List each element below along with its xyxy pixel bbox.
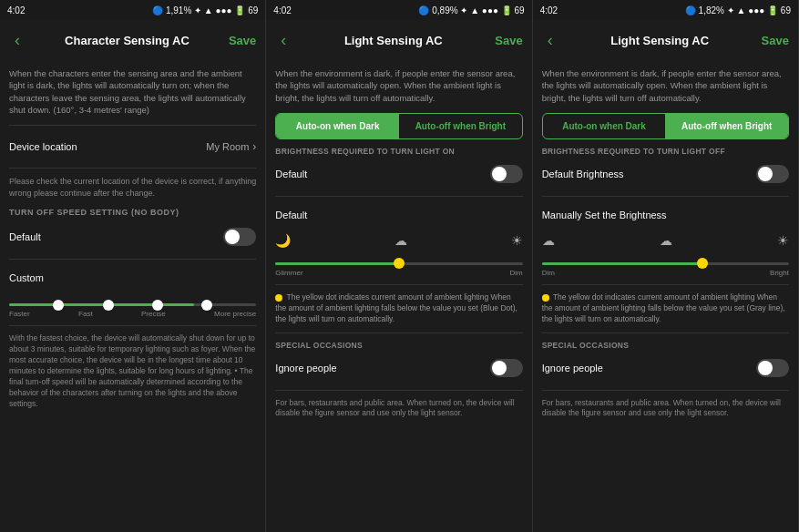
label-dim-2: Dim [509,269,522,277]
speed-slider-container: Faster Fast Precise More precise [9,303,256,318]
divider-2b [275,284,522,285]
moon-icon-2: 🌙 [275,233,291,248]
status-icons-2: 🔵 0,89% ✦ ▲ ●●● 🔋 69 [418,5,524,15]
ignore-people-switch-3[interactable] [756,359,789,377]
brightness-turn-on-title: BRIGHTNESS REQUIRED TO TURN LIGHT ON [275,147,522,156]
brightness-slider-fill-3 [542,262,702,265]
slider-icons-2: 🌙 ☁ ☀ [275,233,522,248]
toggle-default-brightness-row-3: Default Brightness [542,159,789,189]
ignore-people-switch-2[interactable] [490,359,523,377]
brightness-slider-track-3[interactable] [542,262,789,265]
panel-light-sensing-dark: 4:02 🔵 0,89% ✦ ▲ ●●● 🔋 69 ‹ Light Sensin… [266,0,532,532]
intro-text-3: When the environment is dark, if people … [542,67,789,104]
brightness-slider-dot-2 [394,258,405,269]
divider-3b [542,284,789,285]
auto-toggle-buttons-2: Auto-on when Dark Auto-off when Bright [275,113,522,139]
panel-content-3: When the environment is dark, if people … [533,60,798,532]
divider-1d [9,325,256,326]
back-button-1[interactable]: ‹ [9,29,26,52]
brightness-slider-track-2[interactable] [275,262,522,265]
label-bright-3: Bright [770,269,789,277]
note-text-1: Please check the current location of the… [9,176,256,199]
intro-text-2: When the environment is dark, if people … [275,67,522,104]
divider-2a [275,196,522,197]
auto-off-bright-button-3[interactable]: Auto-off when Bright [665,114,788,138]
brightness-slider-fill-2 [275,262,399,265]
status-time-2: 4:02 [273,5,291,15]
back-button-3[interactable]: ‹ [542,29,558,52]
default-label-2: Default [275,204,522,226]
panel-content-2: When the environment is dark, if people … [266,60,531,532]
section-title-1: TURN OFF SPEED SETTING (NO BODY) [9,208,256,217]
panel-title-1: Character Sensing AC [26,34,229,47]
status-bar-3: 4:02 🔵 1,82% ✦ ▲ ●●● 🔋 69 [533,0,798,20]
special-occasions-title-3: SPECIAL OCCASIONS [542,341,789,350]
cloud-icon-3b: ☁ [660,233,672,248]
toggle-custom-label: Custom [9,272,44,283]
toggle-default-brightness-switch-2[interactable] [490,165,523,183]
label-precise: Precise [141,310,166,318]
device-location-value: My Room › [206,140,256,153]
toggle-custom-row: Custom [9,267,256,289]
label-fast: Fast [78,310,93,318]
toggle-default-brightness-label-2: Default [275,169,307,179]
panel-light-sensing-bright: 4:02 🔵 1,82% ✦ ▲ ●●● 🔋 69 ‹ Light Sensin… [533,0,799,532]
yellow-dot-note-2: The yellow dot indicates current amount … [275,292,522,325]
status-time-1: 4:02 [7,5,25,15]
ignore-people-row-2: Ignore people [275,353,522,383]
divider-1c [9,259,256,260]
panel-title-2: Light Sensing AC [292,34,495,47]
brightness-slider-2: 🌙 ☁ ☀ Glimmer Dim [275,233,522,277]
label-faster: Faster [9,310,30,318]
toggle-default-row: Default [9,222,256,251]
yellow-circle-3 [542,294,549,302]
save-button-3[interactable]: Save [762,34,789,47]
manual-label-3: Manually Set the Brightness [542,204,789,226]
label-glimmer: Glimmer [275,269,302,277]
speed-slider-dot-4 [201,300,212,311]
toggle-default-brightness-switch-3[interactable] [756,165,789,183]
yellow-dot-note-3: The yellow dot indicates current amount … [542,292,789,325]
brightness-slider-labels-3: Dim Bright [542,269,789,277]
toggle-default-switch[interactable] [223,228,256,246]
auto-on-dark-button-2[interactable]: Auto-on when Dark [276,114,399,138]
brightness-slider-labels-2: Glimmer Dim [275,269,522,277]
panel-title-3: Light Sensing AC [558,34,762,47]
brightness-turn-off-title: BRIGHTNESS REQUIRED TO TURN LIGHT OFF [542,147,789,156]
ignore-people-label-2: Ignore people [275,363,336,373]
save-button-2[interactable]: Save [495,34,522,47]
header-2: ‹ Light Sensing AC Save [266,20,531,60]
status-time-3: 4:02 [540,5,558,15]
speed-slider-dot-3 [152,300,163,311]
divider-3a [542,196,789,197]
cloud-icon-3a: ☁ [542,233,555,248]
toggle-default-brightness-row-2: Default [275,159,522,189]
auto-on-dark-button-3[interactable]: Auto-on when Dark [543,114,666,138]
label-more-precise: More precise [214,310,256,318]
long-desc-1: With the fastest choice, the device will… [9,333,256,409]
status-icons-3: 🔵 1,82% ✦ ▲ ●●● 🔋 69 [685,5,791,15]
divider-3c [542,332,789,333]
divider-2c [275,332,522,333]
panel-character-sensing: 4:02 🔵 1,91% ✦ ▲ ●●● 🔋 69 ‹ Character Se… [0,0,266,532]
divider-1a [9,125,256,126]
save-button-1[interactable]: Save [229,34,256,47]
intro-text-1: When the characters enter the sensing ar… [9,67,256,116]
auto-off-bright-button-2[interactable]: Auto-off when Bright [399,114,522,138]
status-bar-1: 4:02 🔵 1,91% ✦ ▲ ●●● 🔋 69 [0,0,265,20]
toggle-default-brightness-label-3: Default Brightness [542,169,624,179]
header-1: ‹ Character Sensing AC Save [0,20,265,60]
auto-toggle-buttons-3: Auto-on when Dark Auto-off when Bright [542,113,789,139]
label-dim-3: Dim [542,269,555,277]
status-icons-1: 🔵 1,91% ✦ ▲ ●●● 🔋 69 [152,5,258,15]
speed-slider-track[interactable] [9,303,256,306]
device-location-label: Device location [9,141,77,152]
back-button-2[interactable]: ‹ [275,29,292,52]
yellow-circle-2 [275,294,282,302]
device-location-row[interactable]: Device location My Room › [9,133,256,160]
special-occasions-title-2: SPECIAL OCCASIONS [275,341,522,350]
header-3: ‹ Light Sensing AC Save [533,20,798,60]
toggle-default-label: Default [9,231,41,242]
status-bar-2: 4:02 🔵 0,89% ✦ ▲ ●●● 🔋 69 [266,0,531,20]
desc-text-2: For bars, restaurants and public area. W… [275,398,522,420]
